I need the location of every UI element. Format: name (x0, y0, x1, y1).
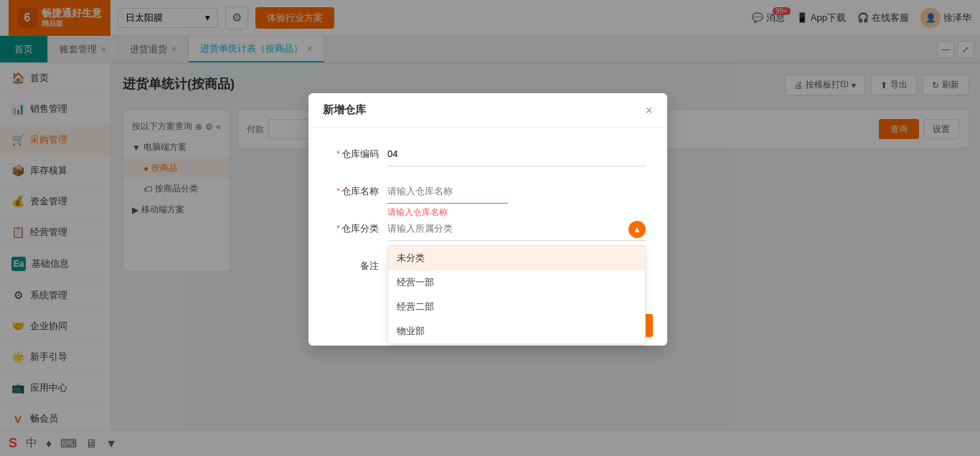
modal-header: 新增仓库 × (308, 93, 667, 128)
dropdown-option-unclassified[interactable]: 未分类 (388, 246, 645, 270)
note-label: 备注 (330, 254, 387, 272)
modal-title: 新增仓库 (323, 103, 366, 117)
name-form-row: 仓库名称 请输入仓库名称 (330, 179, 646, 204)
dropdown-option-property[interactable]: 物业部 (388, 319, 645, 343)
modal-close-button[interactable]: × (645, 104, 653, 117)
dropdown-option-dept1[interactable]: 经营一部 (388, 270, 645, 295)
category-form-row: 仓库分类 ▲ 未分类 经营一部 经营二部 物业部 (330, 217, 646, 241)
code-label: 仓库编码 (330, 142, 387, 161)
dropdown-option-dept2[interactable]: 经营二部 (388, 295, 645, 319)
code-form-row: 仓库编码 (330, 142, 646, 166)
name-input[interactable] (387, 179, 508, 204)
name-label: 仓库名称 (330, 179, 387, 198)
category-input[interactable] (387, 217, 646, 241)
add-warehouse-modal: 新增仓库 × 仓库编码 仓库名称 请输入仓库名称 仓库分类 (308, 93, 667, 346)
category-dropdown-list: 未分类 经营一部 经营二部 物业部 (387, 245, 646, 344)
code-input[interactable] (387, 142, 646, 166)
modal-overlay[interactable]: 新增仓库 × 仓库编码 仓库名称 请输入仓库名称 仓库分类 (0, 0, 980, 456)
dropdown-toggle-button[interactable]: ▲ (628, 221, 646, 238)
category-dropdown-container: ▲ 未分类 经营一部 经营二部 物业部 (387, 217, 646, 241)
category-label: 仓库分类 (330, 217, 387, 235)
modal-body: 仓库编码 仓库名称 请输入仓库名称 仓库分类 ▲ 未分类 (308, 128, 667, 305)
